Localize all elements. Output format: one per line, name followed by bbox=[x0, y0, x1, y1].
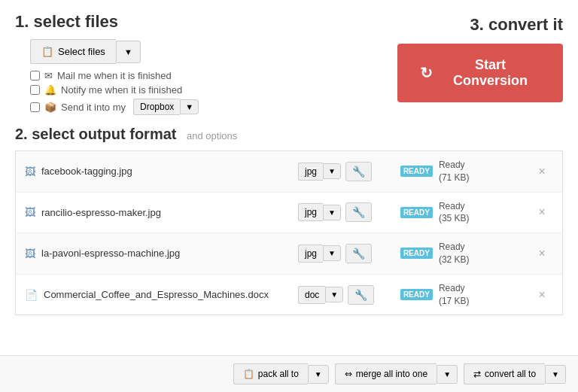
table-row: 📄 Commercial_Coffee_and_Espresso_Machine… bbox=[16, 274, 563, 315]
file-upload-icon: 📋 bbox=[41, 46, 53, 57]
start-conversion-label: Start Conversion bbox=[440, 57, 540, 89]
bottom-bar: 📋 pack all to ▼ ⇔ merge all into one ▼ ⇄… bbox=[0, 355, 578, 392]
settings-wrench-button[interactable]: 🔧 bbox=[348, 285, 374, 305]
format-dropdown[interactable]: ▼ bbox=[323, 163, 341, 179]
convert-all-label: convert all to bbox=[485, 369, 536, 379]
file-doc-icon: 📄 bbox=[25, 289, 38, 301]
settings-wrench-button[interactable]: 🔧 bbox=[345, 162, 372, 181]
dropbox-dropdown[interactable]: ▼ bbox=[180, 99, 199, 114]
settings-wrench-button[interactable]: 🔧 bbox=[345, 244, 372, 263]
pack-all-label: pack all to bbox=[258, 369, 299, 379]
settings-wrench-button[interactable]: 🔧 bbox=[345, 202, 372, 222]
pack-all-dropdown[interactable]: ▼ bbox=[308, 365, 329, 384]
bell-icon: 🔔 bbox=[44, 84, 56, 96]
format-dropdown[interactable]: ▼ bbox=[325, 287, 343, 302]
status-text: Ready(71 KB) bbox=[439, 159, 470, 184]
file-img-icon: 🖼 bbox=[25, 166, 35, 178]
convert-all-dropdown[interactable]: ▼ bbox=[545, 365, 566, 384]
file-img-icon: 🖼 bbox=[25, 206, 35, 218]
mail-icon: ✉ bbox=[44, 70, 53, 81]
section3-title: 3. convert it bbox=[397, 15, 563, 35]
format-dropdown[interactable]: ▼ bbox=[323, 205, 341, 220]
pack-icon: 📋 bbox=[243, 369, 254, 379]
convert-all-group: ⇄ convert all to ▼ bbox=[464, 363, 566, 384]
refresh-icon: ↻ bbox=[420, 64, 433, 82]
select-files-dropdown[interactable]: ▼ bbox=[116, 41, 141, 63]
merge-all-dropdown[interactable]: ▼ bbox=[437, 365, 458, 384]
merge-icon: ⇔ bbox=[345, 369, 352, 379]
files-table: 🖼 facebook-tagging.jpg jpg ▼ 🔧 READY Rea… bbox=[15, 150, 563, 315]
convert-all-button[interactable]: ⇄ convert all to bbox=[464, 363, 545, 384]
table-row: 🖼 rancilio-espresso-maker.jpg jpg ▼ 🔧 RE… bbox=[16, 192, 563, 233]
notify-checkbox[interactable] bbox=[30, 85, 40, 95]
convert-icon: ⇄ bbox=[473, 369, 481, 379]
file-name: rancilio-espresso-maker.jpg bbox=[41, 207, 161, 218]
pack-all-group: 📋 pack all to ▼ bbox=[233, 363, 329, 384]
dropbox-icon: 📦 bbox=[44, 102, 56, 113]
ready-badge: READY bbox=[400, 289, 433, 300]
remove-file-button[interactable]: × bbox=[533, 165, 552, 178]
remove-file-button[interactable]: × bbox=[533, 247, 552, 260]
merge-all-label: merge all into one bbox=[356, 369, 427, 379]
select-files-button[interactable]: 📋 Select files bbox=[30, 39, 116, 64]
format-button[interactable]: jpg bbox=[298, 163, 323, 181]
section1-title: 1. select files bbox=[15, 12, 337, 32]
start-conversion-button[interactable]: ↻ Start Conversion bbox=[397, 44, 563, 102]
mail-label: Mail me when it is finished bbox=[57, 70, 172, 81]
file-img-icon: 🖼 bbox=[25, 248, 35, 260]
send-checkbox-row: 📦 Send it into my Dropbox ▼ bbox=[30, 99, 337, 115]
remove-file-button[interactable]: × bbox=[533, 288, 552, 302]
format-button[interactable]: doc bbox=[298, 286, 325, 304]
ready-badge: READY bbox=[400, 207, 433, 218]
format-dropdown[interactable]: ▼ bbox=[323, 245, 341, 261]
table-row: 🖼 facebook-tagging.jpg jpg ▼ 🔧 READY Rea… bbox=[16, 151, 563, 193]
ready-badge: READY bbox=[400, 166, 433, 177]
format-button[interactable]: jpg bbox=[298, 203, 323, 221]
pack-all-button[interactable]: 📋 pack all to bbox=[233, 363, 308, 384]
format-button[interactable]: jpg bbox=[298, 245, 323, 263]
remove-file-button[interactable]: × bbox=[533, 205, 552, 219]
select-files-label: Select files bbox=[58, 46, 105, 57]
file-name: facebook-tagging.jpg bbox=[41, 166, 132, 177]
ready-badge: READY bbox=[400, 248, 433, 259]
merge-all-button[interactable]: ⇔ merge all into one bbox=[335, 363, 437, 384]
notify-label: Notify me when it is finished bbox=[61, 84, 182, 96]
send-label: Send it into my bbox=[61, 102, 126, 113]
notify-checkbox-row: 🔔 Notify me when it is finished bbox=[30, 84, 337, 96]
mail-checkbox-row: ✉ Mail me when it is finished bbox=[30, 70, 337, 81]
section2-title: 2. select output format and options bbox=[15, 126, 237, 142]
table-row: 🖼 la-pavoni-espresso-machine.jpg jpg ▼ 🔧… bbox=[16, 233, 563, 275]
mail-checkbox[interactable] bbox=[30, 71, 40, 81]
file-name: Commercial_Coffee_and_Espresso_Machines.… bbox=[44, 289, 269, 300]
status-text: Ready(32 KB) bbox=[439, 241, 470, 266]
status-text: Ready(17 KB) bbox=[439, 282, 470, 308]
dropbox-button[interactable]: Dropbox bbox=[133, 99, 180, 115]
status-text: Ready(35 KB) bbox=[439, 200, 470, 226]
merge-all-group: ⇔ merge all into one ▼ bbox=[335, 363, 458, 384]
send-checkbox[interactable] bbox=[30, 102, 40, 112]
file-name: la-pavoni-espresso-machine.jpg bbox=[41, 248, 180, 259]
